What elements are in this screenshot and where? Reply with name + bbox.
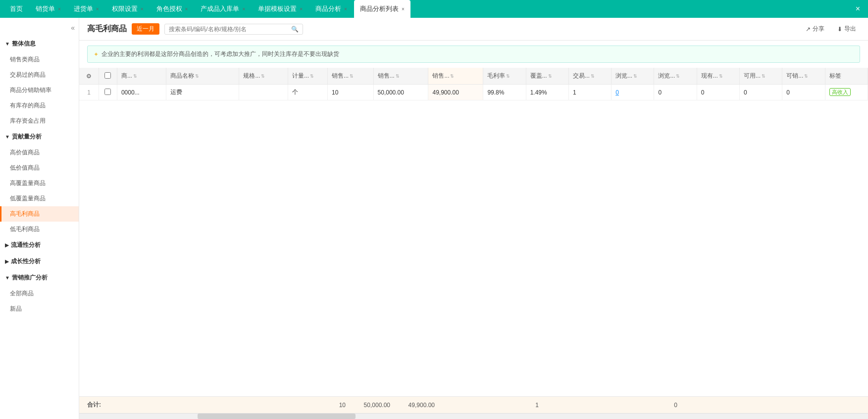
sidebar-item-in-stock-goods[interactable]: 有库存的商品 <box>0 98 79 113</box>
row-browse1[interactable]: 0 <box>612 85 654 100</box>
sidebar-item-all-goods[interactable]: 全部商品 <box>0 286 79 301</box>
col-current-stock[interactable]: 现有... ⇅ <box>697 68 739 85</box>
col-available[interactable]: 可用... ⇅ <box>739 68 782 85</box>
sidebar-item-high-value[interactable]: 高价值商品 <box>0 145 79 160</box>
close-template-settings[interactable]: × <box>300 6 303 12</box>
sidebar-group-growth[interactable]: ▶ 成长性分析 <box>0 253 79 270</box>
col-name[interactable]: 商品名称 ⇅ <box>166 68 239 85</box>
sidebar-item-low-coverage[interactable]: 低覆盖量商品 <box>0 191 79 206</box>
page-title: 高毛利商品 <box>87 24 127 34</box>
select-all-checkbox[interactable] <box>104 72 111 79</box>
row-spec <box>239 85 288 100</box>
settings-icon[interactable]: ⚙ <box>86 73 92 80</box>
group-arrow-growth: ▶ <box>5 259 9 264</box>
group-arrow-contribution: ▼ <box>5 134 10 140</box>
col-sales-qty[interactable]: 销售... ⇅ <box>328 68 373 85</box>
row-available: 0 <box>739 85 782 100</box>
nav-permission-settings[interactable]: 权限设置 × <box>106 0 150 18</box>
export-button[interactable]: ⬇ 导出 <box>833 23 860 35</box>
table-row: 1 0000... 运费 <box>79 85 868 100</box>
nav-product-analysis-list[interactable]: 商品分析列表 × <box>354 0 410 18</box>
sidebar-item-low-margin[interactable]: 低毛利商品 <box>0 222 79 237</box>
col-transaction[interactable]: 交易... ⇅ <box>568 68 611 85</box>
close-product-analysis-list[interactable]: × <box>402 6 405 12</box>
group-arrow-liquidity: ▶ <box>5 242 9 248</box>
footer-sales-profit: 49,900.00 <box>408 402 435 409</box>
footer-bar: 合计: 10 50,000.00 49,900.00 <box>79 396 868 413</box>
close-purchase-order[interactable]: × <box>96 6 99 12</box>
sidebar-collapse-button[interactable]: « <box>69 20 77 36</box>
nav-role-auth[interactable]: 角色授权 × <box>151 0 194 18</box>
main-layout: « ▼ 整体信息 销售类商品 交易过的商品 商品分销助销率 有库存的商品 库存资… <box>0 18 868 419</box>
share-button[interactable]: ↗ 分享 <box>802 23 828 35</box>
close-product-entry[interactable]: × <box>242 6 245 12</box>
nav-purchase-order[interactable]: 进货单 × <box>68 0 105 18</box>
nav-sales-order[interactable]: 销货单 × <box>30 0 67 18</box>
sort-icon-name: ⇅ <box>195 74 199 79</box>
row-sales-qty: 10 <box>328 85 373 100</box>
close-role-auth[interactable]: × <box>185 6 188 12</box>
col-gross-rate[interactable]: 毛利率 ⇅ <box>483 68 526 85</box>
sort-icon-sales-amount: ⇅ <box>396 74 400 79</box>
top-nav: 首页 销货单 × 进货单 × 权限设置 × 角色授权 × 产成品入库单 × 单据… <box>0 0 868 18</box>
close-product-analysis[interactable]: × <box>344 6 347 12</box>
export-icon: ⬇ <box>837 26 842 33</box>
row-checkbox[interactable] <box>99 85 117 100</box>
sort-icon-gross-rate: ⇅ <box>506 74 510 79</box>
sidebar-item-stock-capital[interactable]: 库存资金占用 <box>0 113 79 129</box>
col-spec[interactable]: 规格... ⇅ <box>239 68 288 85</box>
col-browse2[interactable]: 浏览... ⇅ <box>654 68 697 85</box>
close-all-tabs[interactable]: × <box>852 4 864 13</box>
col-unit[interactable]: 计量... ⇅ <box>288 68 328 85</box>
nav-home[interactable]: 首页 <box>4 0 29 18</box>
content-header: 高毛利商品 近一月 🔍 ↗ 分享 ⬇ 导出 <box>79 18 868 41</box>
sort-icon-sales-qty: ⇅ <box>350 74 354 79</box>
nav-template-settings[interactable]: 单据模板设置 × <box>252 0 308 18</box>
col-sales-amount[interactable]: 销售... ⇅ <box>373 68 428 85</box>
sidebar-group-liquidity[interactable]: ▶ 流通性分析 <box>0 237 79 253</box>
close-permission-settings[interactable]: × <box>141 6 144 12</box>
row-name: 运费 <box>166 85 239 100</box>
footer-sales-qty: 10 <box>339 402 346 409</box>
sidebar-group-marketing[interactable]: ▼ 营销推广分析 <box>0 270 79 286</box>
row-transaction: 1 <box>568 85 611 100</box>
row-no: 1 <box>79 85 99 100</box>
content-area: 高毛利商品 近一月 🔍 ↗ 分享 ⬇ 导出 ✦ 企业的主要的利润都是这部分商品创… <box>79 18 868 419</box>
col-tag[interactable]: 标签 <box>825 68 868 85</box>
sidebar-group-overall[interactable]: ▼ 整体信息 <box>0 36 79 52</box>
col-code[interactable]: 商... ⇅ <box>117 68 166 85</box>
search-icon[interactable]: 🔍 <box>291 26 299 33</box>
sidebar-item-high-margin[interactable]: 高毛利商品 <box>0 206 79 222</box>
group-arrow-overall: ▼ <box>5 41 10 47</box>
row-select-checkbox[interactable] <box>104 89 111 95</box>
sidebar-item-new-goods[interactable]: 新品 <box>0 301 79 317</box>
row-sales-profit: 49,900.00 <box>428 85 483 100</box>
sidebar-item-distribution-rate[interactable]: 商品分销助销率 <box>0 83 79 98</box>
col-browse1[interactable]: 浏览... ⇅ <box>612 68 654 85</box>
nav-product-entry[interactable]: 产成品入库单 × <box>195 0 251 18</box>
sidebar-item-traded-goods[interactable]: 交易过的商品 <box>0 67 79 83</box>
col-sales-profit[interactable]: 销售... ⇅ <box>428 68 483 85</box>
close-sales-order[interactable]: × <box>58 6 61 12</box>
col-checkbox[interactable] <box>99 68 117 85</box>
sidebar-item-low-value[interactable]: 低价值商品 <box>0 160 79 176</box>
footer-transaction: 1 <box>535 402 539 409</box>
group-arrow-marketing: ▼ <box>5 275 10 280</box>
col-coverage[interactable]: 覆盖... ⇅ <box>526 68 568 85</box>
sort-icon-available: ⇅ <box>762 74 766 79</box>
sort-icon-coverage: ⇅ <box>548 74 552 79</box>
nav-product-analysis[interactable]: 商品分析 × <box>309 0 353 18</box>
sidebar-group-contribution[interactable]: ▼ 贡献量分析 <box>0 129 79 145</box>
horizontal-scrollbar[interactable] <box>79 413 868 419</box>
row-unit: 个 <box>288 85 328 100</box>
search-input[interactable] <box>169 26 288 33</box>
sort-icon-unit: ⇅ <box>310 74 314 79</box>
col-settings[interactable]: ⚙ <box>79 68 99 85</box>
col-saleable[interactable]: 可销... ⇅ <box>782 68 825 85</box>
info-text: 企业的主要的利润都是这部分商品创造的，可考虑加大推广，同时关注库存是不要出现缺货 <box>102 50 339 58</box>
time-filter-button[interactable]: 近一月 <box>132 23 159 35</box>
row-sales-amount: 50,000.00 <box>373 85 428 100</box>
sort-icon-spec: ⇅ <box>261 74 265 79</box>
sidebar-item-sales-goods[interactable]: 销售类商品 <box>0 52 79 67</box>
sidebar-item-high-coverage[interactable]: 高覆盖量商品 <box>0 176 79 191</box>
